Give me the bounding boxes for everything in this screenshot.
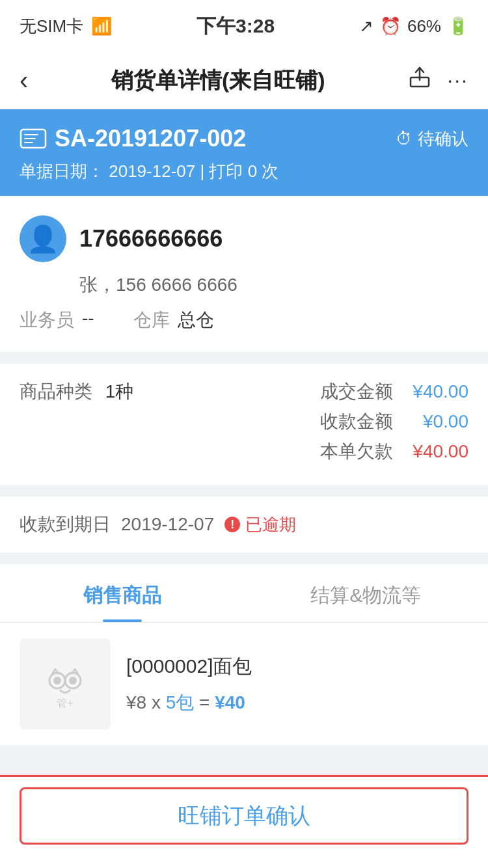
due-value: ¥40.00 [403,441,468,462]
overdue-dot-icon: ! [224,517,240,532]
customer-section: 👤 17666666666 张，156 6666 6666 业务员 -- 仓库 … [0,196,488,352]
bottom-bar: 旺铺订单确认 [0,775,488,868]
product-price: ¥8 x [126,692,166,712]
received-value: ¥0.00 [403,411,468,432]
tab-products[interactable]: 销售商品 [0,564,244,622]
summary-section: 商品种类 1种 成交金额 ¥40.00 收款金额 ¥0.00 本单欠款 ¥40.… [0,364,488,485]
summary-left: 商品种类 1种 [20,379,133,404]
due-label: 本单欠款 [320,439,393,464]
carrier-text: 无SIM卡 [20,15,83,38]
page-title: 销货单详情(来自旺铺) [111,66,325,96]
svg-point-9 [69,677,77,685]
amount-label: 成交金额 [320,379,393,404]
nav-actions: ··· [408,66,468,95]
product-name: [0000002]面包 [126,653,468,680]
product-equals: = [194,692,215,712]
status-time: 下午3:28 [197,13,275,40]
amount-value: ¥40.00 [403,381,468,402]
order-header: SA-20191207-002 ⏱ 待确认 单据日期： 2019-12-07 |… [0,109,488,196]
product-price-row: ¥8 x 5包 = ¥40 [126,690,468,715]
product-total: ¥40 [215,692,245,712]
nav-bar: ‹ 销货单详情(来自旺铺) ··· [0,52,488,109]
print-info: | 打印 0 次 [200,161,278,181]
tab-settlement[interactable]: 结算&物流等 [244,564,488,622]
tab-underline [103,619,142,622]
back-button[interactable]: ‹ [20,66,28,95]
warehouse-value: 总仓 [178,308,214,332]
customer-name: 张，156 6666 6666 [20,273,468,297]
customer-meta: 业务员 -- 仓库 总仓 [20,308,468,332]
sales-value: -- [82,308,94,332]
customer-phone: 17666666666 [79,225,223,252]
order-date-row: 单据日期： 2019-12-07 | 打印 0 次 [20,160,468,183]
avatar-icon: 👤 [27,224,59,254]
product-qty: 5包 [166,692,195,712]
confirm-order-button[interactable]: 旺铺订单确认 [20,787,468,845]
order-icon [20,128,47,149]
order-id-row: SA-20191207-002 ⏱ 待确认 [20,125,468,152]
product-thumbnail: 管+ [20,638,111,729]
summary-right: 成交金额 ¥40.00 收款金额 ¥0.00 本单欠款 ¥40.00 [320,379,468,469]
share-button[interactable] [408,66,431,95]
wifi-icon: 📶 [91,16,112,36]
due-date-value: 2019-12-07 [121,514,214,535]
location-icon: ↗ [359,16,373,36]
order-id: SA-20191207-002 [20,125,246,152]
order-date: 2019-12-07 [109,161,195,181]
date-label: 单据日期： [20,161,104,181]
overdue-badge: ! 已逾期 [224,513,296,536]
customer-row: 👤 17666666666 [20,215,468,262]
amount-row: 成交金额 ¥40.00 [320,379,468,404]
received-label: 收款金额 [320,409,393,434]
product-info: [0000002]面包 ¥8 x 5包 = ¥40 [126,653,468,715]
warehouse-item: 仓库 总仓 [133,308,214,332]
tabs-row: 销售商品 结算&物流等 [0,564,488,623]
svg-point-8 [53,677,61,685]
status-left: 无SIM卡 📶 [20,15,112,38]
sales-item: 业务员 -- [20,308,94,332]
battery-icon: 🔋 [448,16,468,36]
status-text: 待确认 [418,128,468,150]
product-type-label: 商品种类 [20,381,92,401]
received-row: 收款金额 ¥0.00 [320,409,468,434]
product-item: 管+ [0000002]面包 ¥8 x 5包 = ¥40 [0,623,488,745]
warehouse-label: 仓库 [133,308,170,332]
sales-label: 业务员 [20,308,74,332]
due-row: 本单欠款 ¥40.00 [320,439,468,464]
product-type-value: 1种 [105,381,134,401]
battery-text: 66% [407,16,441,36]
status-clock-icon: ⏱ [396,129,413,149]
alarm-icon: ⏰ [380,16,401,36]
order-status: ⏱ 待确认 [396,128,468,150]
avatar: 👤 [20,215,66,262]
status-right: ↗ ⏰ 66% 🔋 [359,16,468,36]
overdue-text: 已逾期 [245,513,296,536]
due-section: 收款到期日 2019-12-07 ! 已逾期 [0,496,488,552]
svg-text:管+: 管+ [57,698,73,709]
tabs-section: 销售商品 结算&物流等 管+ [0000002]面包 ¥8 x [0,564,488,745]
more-button[interactable]: ··· [447,68,468,92]
due-date-label: 收款到期日 [20,512,111,537]
status-bar: 无SIM卡 📶 下午3:28 ↗ ⏰ 66% 🔋 [0,0,488,52]
